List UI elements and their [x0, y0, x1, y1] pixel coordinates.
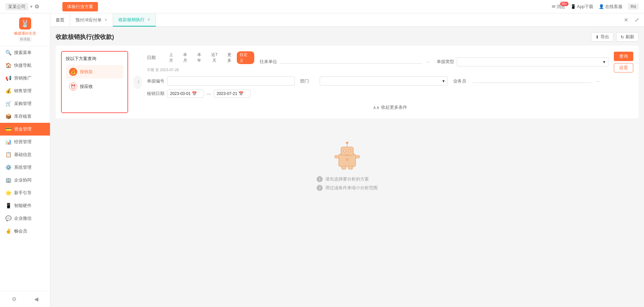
sidebar-logo-icon: 🐰 — [19, 17, 31, 30]
date-last-month-btn[interactable]: 上月 — [164, 51, 178, 64]
member-icon: ✌️ — [5, 228, 11, 234]
content-area: 首页 预付冲应付单 ✕ 收款核销执行 ✕ ✕ ⤢ 收款核销执行(按收款) — [50, 13, 644, 307]
calendar-from-icon: 📅 — [192, 91, 197, 96]
dept-label: 部门 — [300, 78, 317, 84]
filter-option-by-receivable[interactable]: ⏰ 按应收 — [66, 80, 123, 93]
writeoff-date-to[interactable]: 2023-07-21 📅 — [214, 90, 251, 98]
export-btn[interactable]: ⬆ 导出 — [591, 32, 613, 42]
app-download-btn[interactable]: 📱 App下载 — [571, 4, 593, 10]
date-label: 日期 — [147, 55, 164, 61]
sidebar-label-inventory: 库存核算 — [14, 113, 32, 119]
sidebar-logo-badge: 标准版 — [18, 37, 32, 42]
collapse-more-btn[interactable]: ∧∧ 收起更多条件 — [147, 102, 633, 113]
filter-doc-no-field: 单据编号 — [147, 76, 295, 86]
marketing-icon: 📢 — [5, 75, 11, 81]
date-custom-tag[interactable]: 自定义 — [237, 51, 254, 64]
writeoff-date-to-value: 2023-07-21 — [217, 91, 237, 96]
doc-type-select[interactable]: ▾ — [457, 57, 608, 66]
guide-icon: 🌟 — [5, 190, 11, 196]
system-icon: ⚙️ — [5, 164, 11, 170]
svg-point-11 — [346, 142, 348, 144]
partner-more-btn[interactable]: ··· — [425, 59, 431, 64]
collapse-more-label: 收起更多条件 — [381, 104, 407, 110]
company-name: 某某公司 — [5, 3, 28, 10]
filter-dept-field: 部门 ▾ — [300, 76, 448, 86]
sidebar-label-base-info: 基础信息 — [14, 152, 32, 158]
search-icon: 🔍 — [5, 50, 11, 56]
writeoff-date-from[interactable]: 2023-03-01 📅 — [167, 90, 204, 98]
message-icon: ✉ — [552, 4, 555, 9]
inventory-icon: 📦 — [5, 113, 11, 119]
collapse-sidebar-icon[interactable]: ◀ — [33, 295, 40, 304]
refresh-label: 刷新 — [626, 34, 634, 40]
sidebar-item-base-info[interactable]: 📋 基础信息 — [0, 148, 50, 161]
settings-bottom-icon[interactable]: ⚙ — [10, 295, 18, 304]
by-receipt-label: 按收款 — [80, 69, 93, 75]
tab-home[interactable]: 首页 — [50, 13, 70, 27]
wechat-icon: 💬 — [5, 215, 11, 221]
online-service-label: 在线客服 — [605, 4, 623, 10]
doc-no-input[interactable] — [167, 76, 295, 86]
tab-close-all-btn[interactable]: ✕ — [621, 15, 631, 25]
page-content: 收款核销执行(按收款) ⬆ 导出 ↻ 刷新 按以下方案查询 — [50, 27, 644, 307]
tab-expand-btn[interactable]: ⤢ — [632, 15, 641, 25]
sidebar-item-quick-nav[interactable]: 🏠 快捷导航 — [0, 59, 50, 72]
company-dropdown-icon[interactable]: ▾ — [30, 4, 33, 9]
top-bar: 某某公司 ▾ ⚙ 体验行业方案 ✉ 消息 99+ 📱 App下载 👤 在线客服 … — [0, 0, 644, 13]
page-title: 收款核销执行(按收款) — [56, 33, 114, 41]
filter-collapse-toggle[interactable]: 《 — [133, 75, 142, 89]
tab-prepay-label: 预付冲应付单 — [75, 17, 102, 23]
filter-option-by-receipt[interactable]: 💰 按收款 — [66, 65, 123, 79]
by-receivable-label: 按应收 — [80, 84, 93, 90]
date-this-month-btn[interactable]: 本月 — [178, 51, 192, 64]
dept-select[interactable]: ▾ — [320, 76, 448, 86]
date-7days-btn[interactable]: 近7天 — [207, 51, 222, 64]
sidebar-item-wechat[interactable]: 💬 企业微信 — [0, 212, 50, 225]
writeoff-date-label: 核销日期 — [147, 91, 164, 97]
refresh-btn[interactable]: ↻ 刷新 — [616, 32, 639, 42]
query-btn[interactable]: 查询 — [614, 52, 633, 61]
filter-left-options: 按以下方案查询 💰 按收款 ⏰ 按应收 — [61, 51, 128, 113]
sidebar-item-system[interactable]: ⚙️ 系统管理 — [0, 161, 50, 174]
sales-more-btn[interactable]: ··· — [594, 79, 601, 84]
tab-prepay-close[interactable]: ✕ — [104, 18, 107, 22]
settings-btn[interactable]: 设置 — [614, 63, 633, 72]
empty-tip-1: 1 请先选择要分析的方案 — [317, 176, 378, 182]
online-service-btn[interactable]: 👤 在线客服 — [599, 4, 623, 10]
svg-rect-8 — [341, 166, 346, 169]
tab-receipt-writeoff[interactable]: 收款核销执行 ✕ — [113, 13, 156, 27]
sidebar-item-finance[interactable]: 💳 资金管理 — [0, 123, 50, 136]
service-icon: 👤 — [599, 4, 604, 9]
tab-receipt-close[interactable]: ✕ — [147, 17, 150, 22]
empty-tip-2: 2 用过滤条件来缩小分析范围 — [317, 185, 378, 191]
sidebar-item-operation[interactable]: 📊 经营管理 — [0, 136, 50, 148]
tab-prepay-conflict[interactable]: 预付冲应付单 ✕ — [70, 13, 113, 27]
tab-bar-right: ✕ ⤢ — [621, 15, 644, 25]
sidebar-item-purchase[interactable]: 🛒 采购管理 — [0, 97, 50, 110]
sidebar-logo: 🐰 畅捷通好生意 标准版 — [0, 13, 50, 46]
sidebar-item-sales[interactable]: 💰 销售管理 — [0, 85, 50, 97]
sidebar-label-marketing: 营销推广 — [14, 75, 32, 81]
sidebar-item-marketing[interactable]: 📢 营销推广 — [0, 72, 50, 85]
sidebar-item-hardware[interactable]: 📱 智能硬件 — [0, 199, 50, 212]
sidebar-label-search: 搜索菜单 — [14, 50, 32, 56]
sidebar-label-operation: 经营管理 — [14, 139, 32, 145]
date-more-btn[interactable]: 更多 — [223, 51, 236, 64]
purchase-icon: 🛒 — [5, 101, 11, 107]
message-btn[interactable]: ✉ 消息 99+ — [552, 4, 565, 10]
svg-point-4 — [344, 150, 345, 152]
sidebar-item-inventory[interactable]: 📦 库存核算 — [0, 110, 50, 123]
sidebar-item-search[interactable]: 🔍 搜索菜单 — [0, 46, 50, 59]
sidebar-item-member[interactable]: ✌️ 畅会员 — [0, 225, 50, 238]
user-info[interactable]: Rit — [628, 3, 639, 10]
sidebar-item-enterprise[interactable]: 🏢 企业协同 — [0, 174, 50, 187]
sidebar-item-guide[interactable]: 🌟 新手引导 — [0, 187, 50, 199]
operation-icon: 📊 — [5, 139, 11, 145]
filter-row-1: 日期 上月 本月 本年 近7天 更多 自定义 不限 至 2023-07-26 — [147, 51, 633, 72]
filter-row-2: 单据编号 部门 ▾ 业务员 — [147, 76, 633, 86]
industry-btn[interactable]: 体验行业方案 — [62, 2, 98, 11]
date-this-year-btn[interactable]: 本年 — [193, 51, 206, 64]
sidebar-label-finance: 资金管理 — [14, 126, 32, 132]
export-icon: ⬆ — [595, 35, 599, 40]
settings-icon[interactable]: ⚙ — [35, 3, 39, 10]
